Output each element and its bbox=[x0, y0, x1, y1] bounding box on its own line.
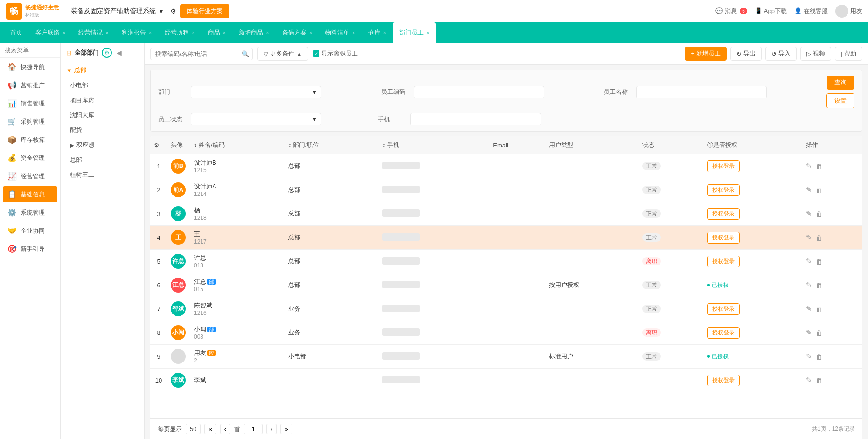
online-service-item[interactable]: 👤 在线客服 bbox=[794, 7, 828, 15]
tree-item-zhishu[interactable]: 植树王二 bbox=[61, 167, 144, 182]
page-number-input[interactable] bbox=[244, 424, 263, 434]
tab-products[interactable]: 商品 × bbox=[201, 22, 232, 43]
tab-profit[interactable]: 利润报告 × bbox=[115, 22, 158, 43]
tab-home[interactable]: 首页 bbox=[4, 22, 29, 43]
auth-login-btn[interactable]: 授权登录 bbox=[707, 375, 740, 386]
tab-close-icon[interactable]: × bbox=[352, 30, 355, 35]
auth-login-btn[interactable]: 授权登录 bbox=[707, 256, 740, 267]
sidebar-item-sales[interactable]: 📊销售管理 bbox=[0, 94, 60, 112]
tab-history[interactable]: 经营历程 × bbox=[158, 22, 201, 43]
show-resigned-label[interactable]: ✓ 显示离职员工 bbox=[313, 49, 358, 58]
prev-page-btn[interactable]: ‹ bbox=[220, 424, 230, 434]
delete-icon[interactable]: 🗑 bbox=[816, 305, 823, 313]
tree-item-headquarters-parent[interactable]: ▼ 总部 bbox=[61, 63, 144, 78]
tab-bom[interactable]: 物料清单 × bbox=[319, 22, 361, 43]
filter-emp-name-input[interactable] bbox=[636, 86, 767, 98]
title-dropdown-icon[interactable]: ▾ bbox=[160, 7, 163, 15]
search-input[interactable] bbox=[150, 48, 253, 60]
edit-icon[interactable]: ✎ bbox=[806, 162, 812, 170]
sidebar-item-purchase[interactable]: 🛒采购管理 bbox=[0, 112, 60, 131]
filter-dept-select[interactable]: ▾ bbox=[191, 86, 321, 98]
trial-button[interactable]: 体验行业方案 bbox=[180, 4, 229, 18]
next-page-btn[interactable]: › bbox=[266, 424, 277, 434]
import-btn[interactable]: ↺ 导入 bbox=[765, 47, 797, 61]
tree-item-shenyang[interactable]: 沈阳大库 bbox=[61, 108, 144, 123]
tab-close-icon[interactable]: × bbox=[223, 30, 226, 35]
help-btn[interactable]: | 帮助 bbox=[835, 47, 862, 61]
col-name[interactable]: ↕ 姓名/编码 bbox=[190, 136, 285, 154]
sidebar-item-basic[interactable]: 📋基础信息 bbox=[3, 186, 57, 202]
tab-customer[interactable]: 客户联络 × bbox=[29, 22, 72, 43]
delete-icon[interactable]: 🗑 bbox=[816, 258, 823, 265]
delete-icon[interactable]: 🗑 bbox=[816, 281, 823, 289]
view-btn[interactable]: ▷ 视频 bbox=[800, 47, 831, 61]
auth-login-btn[interactable]: 授权登录 bbox=[707, 327, 740, 339]
sidebar-item-guide[interactable]: 🎯新手引导 bbox=[0, 240, 60, 258]
col-phone[interactable]: ↕ 手机 bbox=[379, 136, 489, 154]
tab-close-icon[interactable]: × bbox=[383, 30, 386, 35]
settings-icon[interactable]: ⚙ bbox=[170, 7, 176, 15]
edit-icon[interactable]: ✎ bbox=[806, 281, 812, 289]
delete-icon[interactable]: 🗑 bbox=[816, 210, 823, 218]
auth-login-btn[interactable]: 授权登录 bbox=[707, 303, 740, 315]
show-resigned-checkbox[interactable]: ✓ bbox=[313, 50, 319, 57]
first-page-btn[interactable]: « bbox=[204, 424, 216, 434]
sidebar-item-system[interactable]: ⚙️系统管理 bbox=[0, 203, 60, 222]
tab-close-icon[interactable]: × bbox=[426, 30, 429, 35]
tab-new-product[interactable]: 新增商品 × bbox=[232, 22, 275, 43]
sidebar-item-nav[interactable]: 🏠快捷导航 bbox=[0, 58, 60, 76]
message-item[interactable]: 💬 消息 6 bbox=[715, 7, 747, 15]
filter-status-select[interactable]: ▾ bbox=[191, 113, 321, 125]
auth-login-btn[interactable]: 授权登录 bbox=[707, 184, 740, 196]
auth-login-btn[interactable]: 授权登录 bbox=[707, 208, 740, 220]
tab-barcode[interactable]: 条码方案 × bbox=[276, 22, 319, 43]
col-dept[interactable]: ↕ 部门/职位 bbox=[285, 136, 379, 154]
tab-close-icon[interactable]: × bbox=[149, 30, 152, 35]
auth-login-btn[interactable]: 授权登录 bbox=[707, 160, 740, 172]
sidebar-item-inventory[interactable]: 📦库存核算 bbox=[0, 131, 60, 149]
filter-emp-code-input[interactable] bbox=[414, 86, 544, 98]
tab-employees[interactable]: 部门员工 × bbox=[393, 22, 436, 43]
tab-close-icon[interactable]: × bbox=[62, 30, 65, 35]
edit-icon[interactable]: ✎ bbox=[806, 257, 812, 265]
panel-collapse-icon[interactable]: ◀ bbox=[117, 49, 122, 56]
query-btn[interactable]: 查询 bbox=[827, 76, 854, 90]
edit-icon[interactable]: ✎ bbox=[806, 352, 812, 361]
tab-close-icon[interactable]: × bbox=[192, 30, 194, 35]
tab-close-icon[interactable]: × bbox=[266, 30, 269, 35]
edit-icon[interactable]: ✎ bbox=[806, 305, 812, 313]
tab-warehouse[interactable]: 仓库 × bbox=[362, 22, 393, 43]
tab-close-icon[interactable]: × bbox=[105, 30, 108, 35]
last-page-btn[interactable]: » bbox=[280, 424, 292, 434]
tab-close-icon[interactable]: × bbox=[309, 30, 312, 35]
sidebar-item-marketing[interactable]: 📢营销推广 bbox=[0, 76, 60, 94]
tree-item-shuangzuo[interactable]: ▶ 双座想 bbox=[61, 138, 144, 153]
delete-icon[interactable]: 🗑 bbox=[816, 186, 823, 194]
page-size-value[interactable]: 50 bbox=[186, 424, 201, 434]
delete-icon[interactable]: 🗑 bbox=[816, 353, 823, 361]
edit-icon[interactable]: ✎ bbox=[806, 233, 812, 242]
delete-icon[interactable]: 🗑 bbox=[816, 329, 823, 337]
edit-icon[interactable]: ✎ bbox=[806, 328, 812, 337]
tree-item-project[interactable]: 项目库房 bbox=[61, 93, 144, 108]
delete-icon[interactable]: 🗑 bbox=[816, 162, 823, 170]
tree-item-hq[interactable]: 总部 bbox=[61, 153, 144, 167]
edit-icon[interactable]: ✎ bbox=[806, 186, 812, 194]
tree-item-small-elec[interactable]: 小电部 bbox=[61, 78, 144, 93]
filter-phone-input[interactable] bbox=[410, 113, 541, 125]
sidebar-search-input[interactable] bbox=[5, 47, 61, 54]
sidebar-item-business[interactable]: 📈经营管理 bbox=[0, 167, 60, 185]
user-item[interactable]: 用友 bbox=[835, 5, 862, 18]
delete-icon[interactable]: 🗑 bbox=[816, 234, 823, 242]
more-conditions-btn[interactable]: ▽ 更多条件 ▲ bbox=[257, 47, 308, 61]
col-settings-icon[interactable]: ⚙ bbox=[154, 142, 160, 149]
set-btn[interactable]: 设置 bbox=[826, 93, 854, 108]
tree-item-delivery[interactable]: 配货 bbox=[61, 123, 144, 138]
export-btn[interactable]: ↻ 导出 bbox=[730, 47, 762, 61]
edit-icon[interactable]: ✎ bbox=[806, 376, 812, 384]
sidebar-item-collab[interactable]: 🤝企业协同 bbox=[0, 222, 60, 240]
dept-settings-icon[interactable]: ⚙ bbox=[102, 48, 112, 58]
tab-operation[interactable]: 经营情况 × bbox=[72, 22, 115, 43]
app-download-item[interactable]: 📱 App下载 bbox=[755, 7, 787, 15]
sidebar-item-finance[interactable]: 💰资金管理 bbox=[0, 149, 60, 167]
